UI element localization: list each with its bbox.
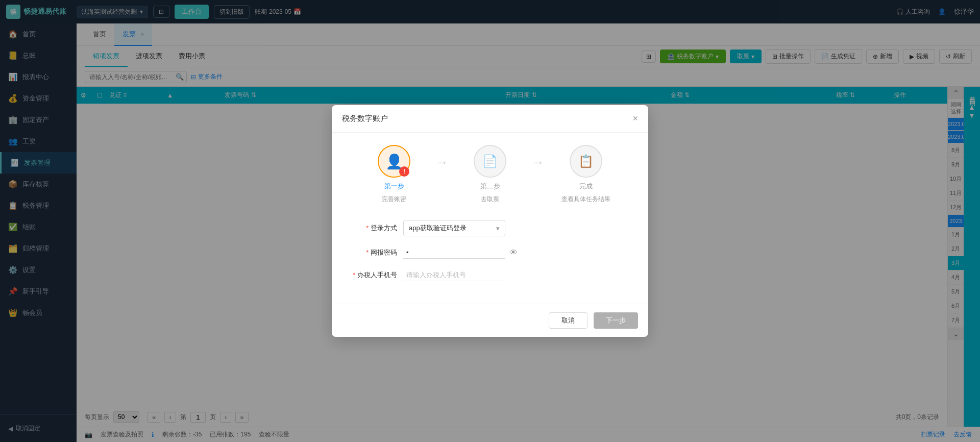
step-complete-desc: 查看具体任务结果 <box>561 195 610 204</box>
cancel-button[interactable]: 取消 <box>549 312 587 329</box>
login-method-label: * 登录方式 <box>352 224 403 233</box>
step-arrow-2: → <box>532 145 544 169</box>
modal-footer: 取消 下一步 <box>332 304 648 337</box>
step-1-icon: 👤 ! <box>378 145 410 178</box>
next-button[interactable]: 下一步 <box>594 312 638 329</box>
password-control: 👁 <box>403 247 628 259</box>
step-complete-icon: 📋 <box>570 145 602 178</box>
step-1-desc: 完善账密 <box>382 195 406 204</box>
phone-control <box>403 269 628 281</box>
steps-indicator: 👤 ! 第一步 完善账密 → 📄 第二步 去取票 → <box>352 145 628 204</box>
modal-header: 税务数字账户 × <box>332 105 648 133</box>
modal-title: 税务数字账户 <box>342 114 388 124</box>
modal-close-button[interactable]: × <box>632 113 638 124</box>
phone-input[interactable] <box>403 269 505 281</box>
tax-digital-modal: 税务数字账户 × 👤 ! 第一步 完善账密 → 📄 <box>332 105 648 337</box>
form-row-login-method: * 登录方式 app获取验证码登录 ▾ <box>352 220 628 236</box>
step-1: 👤 ! 第一步 完善账密 <box>352 145 436 204</box>
modal-body: 👤 ! 第一步 完善账密 → 📄 第二步 去取票 → <box>332 133 648 304</box>
step-1-label: 第一步 <box>384 182 404 191</box>
step-arrow-1: → <box>436 145 448 169</box>
login-method-control: app获取验证码登录 ▾ <box>403 220 628 236</box>
phone-label: * 办税人手机号 <box>352 271 403 280</box>
step-2: 📄 第二步 去取票 <box>448 145 532 204</box>
step-2-icon: 📄 <box>474 145 506 178</box>
step-complete: 📋 完成 查看具体任务结果 <box>544 145 628 204</box>
chevron-down-icon: ▾ <box>496 225 500 232</box>
modal-overlay: 税务数字账户 × 👤 ! 第一步 完善账密 → 📄 <box>0 0 980 442</box>
step-complete-label: 完成 <box>579 182 593 191</box>
step-1-error-badge: ! <box>399 166 409 177</box>
password-input[interactable] <box>403 247 505 259</box>
form-row-password: * 网报密码 👁 <box>352 247 628 259</box>
login-method-select[interactable]: app获取验证码登录 ▾ <box>403 220 505 236</box>
password-toggle-icon[interactable]: 👁 <box>509 248 518 257</box>
password-label: * 网报密码 <box>352 248 403 257</box>
step-2-label: 第二步 <box>480 182 500 191</box>
step-2-desc: 去取票 <box>481 195 499 204</box>
form-row-phone: * 办税人手机号 <box>352 269 628 281</box>
